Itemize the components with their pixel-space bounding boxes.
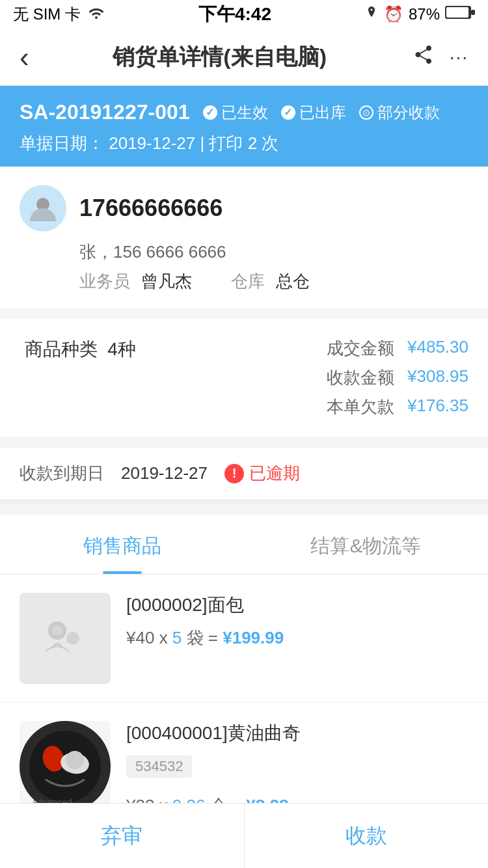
product-list: [0000002]面包 ¥40 x 5 袋 = ¥199.99 advanced	[0, 575, 488, 836]
svg-point-11	[66, 751, 84, 769]
transaction-amount: ¥485.30	[407, 337, 468, 360]
customer-phone: 17666666666	[79, 195, 223, 222]
wifi-icon	[87, 5, 105, 23]
badge-partial: ⊙ 部分收款	[359, 102, 440, 123]
product-qty-1: 5	[172, 628, 182, 647]
due-label: 收款到期日	[20, 462, 104, 485]
check-icon-1: ✓	[203, 105, 217, 120]
status-right: ⏰ 87%	[364, 5, 475, 23]
badge-effective: ✓ 已生效	[203, 102, 268, 123]
order-header: SA-20191227-001 ✓ 已生效 ✓ 已出库 ⊙ 部分收款 单据日期：…	[0, 86, 488, 167]
transaction-row: 成交金额 ¥485.30	[327, 337, 468, 360]
carrier-text: 无 SIM 卡	[13, 4, 81, 25]
warehouse-label: 仓库	[231, 271, 265, 291]
order-id: SA-20191227-001	[20, 100, 190, 124]
warehouse-name: 总仓	[276, 271, 310, 291]
tab-sales-products[interactable]: 销售商品	[0, 515, 244, 574]
product-info-1: [0000002]面包 ¥40 x 5 袋 = ¥199.99	[126, 593, 468, 649]
status-left: 无 SIM 卡	[13, 4, 105, 25]
product-name-1: [0000002]面包	[126, 593, 468, 617]
financial-summary: 成交金额 ¥485.30 收款金额 ¥308.95 本单欠款 ¥176.35	[327, 337, 468, 418]
overdue-badge: ! 已逾期	[224, 462, 300, 485]
alarm-icon: ⏰	[384, 5, 403, 23]
product-total-1: ¥199.99	[223, 628, 284, 647]
debt-row: 本单欠款 ¥176.35	[327, 396, 468, 418]
battery-text: 87%	[409, 5, 440, 23]
product-sku-2: 534532	[126, 755, 192, 778]
cancel-button[interactable]: 弃审	[0, 804, 245, 868]
location-icon	[364, 5, 379, 23]
product-image-2: advanced	[20, 721, 111, 812]
bottom-bar: 弃审 收款	[0, 803, 488, 868]
customer-name-phone: 张，156 6666 6666	[20, 241, 468, 264]
svg-point-6	[66, 632, 79, 645]
product-price-1: ¥40 x 5 袋 = ¥199.99	[126, 627, 468, 649]
svg-rect-2	[446, 7, 468, 18]
overdue-text: 已逾期	[249, 462, 300, 485]
product-type: 商品种类 4种	[20, 337, 136, 362]
list-item: [0000002]面包 ¥40 x 5 袋 = ¥199.99	[0, 575, 488, 703]
battery-icon	[445, 5, 475, 23]
due-section: 收款到期日 2019-12-27 ! 已逾期	[0, 447, 488, 504]
product-image-1	[20, 593, 111, 684]
page-title: 销货单详情(来自电脑)	[113, 42, 327, 72]
more-button[interactable]: ···	[450, 47, 468, 68]
check-icon-2: ✓	[281, 105, 295, 120]
tabs: 销售商品 结算&物流等	[0, 515, 488, 575]
nav-bar: ‹ 销货单详情(来自电脑) ···	[0, 29, 488, 86]
tab-settlement[interactable]: 结算&物流等	[244, 515, 488, 574]
confirm-button[interactable]: 收款	[245, 804, 489, 868]
svg-point-5	[52, 625, 62, 636]
nav-actions: ···	[411, 43, 468, 72]
debt-amount: ¥176.35	[407, 396, 468, 418]
order-date-row: 单据日期： 2019-12-27 | 打印 2 次	[20, 132, 468, 155]
time-display: 下午4:42	[198, 2, 271, 27]
customer-section: 17666666666 张，156 6666 6666 业务员 曾凡杰 仓库 总…	[0, 167, 488, 308]
receipt-amount: ¥308.95	[407, 366, 468, 389]
sales-name: 曾凡杰	[141, 271, 192, 291]
product-name-2: [000400001]黄油曲奇	[126, 721, 468, 746]
due-date: 2019-12-27	[121, 463, 208, 483]
customer-meta: 业务员 曾凡杰 仓库 总仓	[20, 270, 468, 293]
summary-section: 商品种类 4种 成交金额 ¥485.30 收款金额 ¥308.95 本单欠款 ¥…	[0, 319, 488, 437]
sales-label: 业务员	[79, 271, 130, 291]
back-button[interactable]: ‹	[20, 41, 29, 74]
share-button[interactable]	[411, 43, 434, 72]
overdue-icon: !	[224, 464, 244, 483]
avatar	[20, 185, 66, 232]
badge-shipped: ✓ 已出库	[281, 102, 346, 123]
status-bar: 无 SIM 卡 下午4:42 ⏰ 87%	[0, 0, 488, 29]
receipt-row: 收款金额 ¥308.95	[327, 366, 468, 389]
svg-rect-1	[471, 10, 475, 15]
clock-icon: ⊙	[359, 105, 373, 120]
